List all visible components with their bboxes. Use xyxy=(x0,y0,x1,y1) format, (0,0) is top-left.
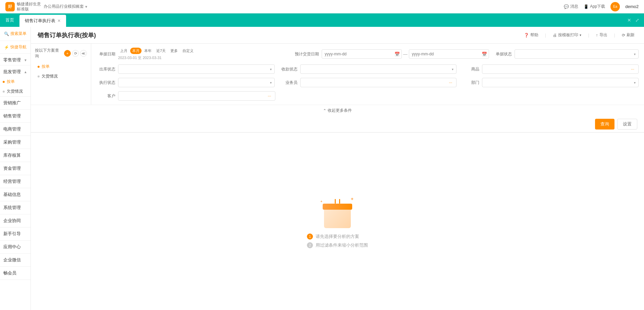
empty-text-area: 1 请先选择要分析的方案 2 用过滤条件来缩小分析范围 xyxy=(307,234,368,248)
scheme-item-按单[interactable]: 按单 xyxy=(35,62,87,71)
filter-sidebar: 按以下方案查询 + ⟳ ≪ 按单 欠货情况 xyxy=(31,44,91,105)
filter-row-3: 执行状态 ▾ 业务员 ··· xyxy=(97,78,639,87)
sidebar-item-sales[interactable]: 销售管理 xyxy=(0,110,31,123)
refresh-icon: ⟳ xyxy=(622,33,625,38)
sidebar-item-operations[interactable]: 经营管理 xyxy=(0,175,31,188)
help-button[interactable]: ❓ 帮助 xyxy=(521,31,541,39)
collection-status-select[interactable]: ▾ xyxy=(300,64,457,74)
outbound-chevron-icon: ▾ xyxy=(270,67,272,71)
filter-layout: 按以下方案查询 + ⟳ ≪ 按单 欠货情况 xyxy=(31,44,644,105)
sidebar-section-wholesale-header[interactable]: 批发管理 ▲ xyxy=(0,65,31,77)
search-menu-button[interactable]: 🔍 搜索菜单 xyxy=(3,30,27,38)
sidebar-item-按单[interactable]: 按单 xyxy=(0,77,31,87)
export-button[interactable]: ↑ 导出 xyxy=(593,31,610,39)
outbound-status-select[interactable]: ▾ xyxy=(118,64,275,74)
main-layout: 🔍 搜索菜单 ⚡ 快捷导航 零售管理 ▼ 批发管理 ▲ 按单 xyxy=(0,27,644,310)
field-document-status: 单据状态 ▾ xyxy=(493,49,639,59)
sidebar-section-wholesale: 批发管理 ▲ 按单 欠货情况 xyxy=(0,65,31,97)
avatar: Ea xyxy=(610,2,620,11)
sidebar-item-marketing[interactable]: 营销推广 xyxy=(0,97,31,110)
department-select[interactable]: ▾ xyxy=(482,78,639,87)
sparkle-icon: ✦ xyxy=(350,196,354,202)
field-goods: 商品 ··· xyxy=(461,64,639,74)
sidebar-item-enterprise[interactable]: 企业协同 xyxy=(0,214,31,227)
delivery-date-start-input[interactable] xyxy=(322,49,402,59)
customer-input-area: ··· xyxy=(118,91,275,101)
divider3: | xyxy=(614,33,615,38)
execution-status-label: 执行状态 xyxy=(97,80,115,86)
salesperson-more-button[interactable]: ··· xyxy=(447,80,453,85)
settings-button[interactable]: 设置 xyxy=(617,119,637,130)
date-tab-近7天[interactable]: 近7天 xyxy=(154,48,168,54)
collapse-up-icon: ⌃ xyxy=(323,108,326,113)
customer-more-button[interactable]: ··· xyxy=(266,94,272,98)
filter-panel: 按以下方案查询 + ⟳ ≪ 按单 欠货情况 xyxy=(31,44,644,116)
sidebar-item-system[interactable]: 系统管理 xyxy=(0,201,31,214)
user-name[interactable]: demo2 xyxy=(625,4,639,9)
field-expected-delivery: 预计交货日期 📅 — 📅 xyxy=(295,49,489,59)
sidebar-item-onboarding[interactable]: 新手引导 xyxy=(0,227,31,241)
execution-chevron-icon: ▾ xyxy=(270,81,272,85)
refresh-scheme-button[interactable]: ⟳ xyxy=(72,50,79,57)
date-tab-上月[interactable]: 上月 xyxy=(118,48,129,54)
tab-home[interactable]: 首页 xyxy=(0,13,19,27)
date-label: 单据日期 xyxy=(97,51,115,57)
scheme-active-dot xyxy=(38,66,40,68)
app-download-button[interactable]: 📱 App下载 xyxy=(584,4,605,9)
content-area: 销售订单执行表(按单) ❓ 帮助 | 🖨 按模板打印 ▾ | ↑ 导出 | xyxy=(31,27,644,310)
outbound-status-label: 出库状态 xyxy=(97,66,115,72)
breadcrumb-chevron-icon[interactable]: ▾ xyxy=(85,4,87,9)
sidebar-section-retail-header[interactable]: 零售管理 ▼ xyxy=(0,54,31,65)
scheme-item-欠货情况[interactable]: 欠货情况 xyxy=(35,71,87,81)
window-maximize-button[interactable]: ⤢ xyxy=(635,17,640,23)
filter-sidebar-tools: + ⟳ ≪ xyxy=(64,50,87,57)
date-tab-本年[interactable]: 本年 xyxy=(142,48,154,54)
sidebar-item-purchase[interactable]: 采购管理 xyxy=(0,136,31,149)
refresh-button[interactable]: ⟳ 刷新 xyxy=(619,31,637,39)
goods-label: 商品 xyxy=(461,66,479,72)
empty-state: ✦ ✦ 1 请先选择要分析的方案 2 用过滤条件来缩小分析范围 xyxy=(31,133,644,310)
sidebar-item-basic[interactable]: 基础信息 xyxy=(0,188,31,201)
scheme-dot-icon xyxy=(38,75,40,78)
execution-status-select[interactable]: ▾ xyxy=(118,78,275,87)
download-icon: 📱 xyxy=(584,4,589,9)
filter-collapse-button[interactable]: ⌃ 收起更多条件 xyxy=(31,105,644,116)
goods-more-button[interactable]: ··· xyxy=(630,67,636,71)
quick-nav-area: ⚡ 快捷导航 xyxy=(0,41,31,54)
topbar-right: 💬 消息 📱 App下载 Ea demo2 xyxy=(564,2,639,11)
date-tabs: 上月 本月 本年 近7天 更多 自定义 xyxy=(118,48,291,54)
collapse-scheme-button[interactable]: ≪ xyxy=(80,50,87,57)
sidebar-item-欠货情况[interactable]: 欠货情况 xyxy=(0,87,31,96)
quick-nav-button[interactable]: ⚡ 快捷导航 xyxy=(3,43,27,51)
field-department: 部门 ▾ xyxy=(461,78,639,87)
template-print-button[interactable]: 🖨 按模板打印 ▾ xyxy=(550,31,584,39)
date-tab-本月[interactable]: 本月 xyxy=(130,48,142,54)
page-title: 销售订单执行表(按单) xyxy=(38,31,96,43)
date-tab-更多[interactable]: 更多 xyxy=(168,48,180,54)
date-tab-自定义[interactable]: 自定义 xyxy=(180,48,196,54)
add-scheme-button[interactable]: + xyxy=(64,50,71,57)
sidebar-item-member[interactable]: 畅会员 xyxy=(0,267,31,280)
sidebar-item-enterprise-wx[interactable]: 企业微信 xyxy=(0,254,31,267)
delivery-date-start-wrap: 📅 xyxy=(322,49,402,59)
sidebar-item-inventory[interactable]: 库存核算 xyxy=(0,149,31,162)
print-chevron-icon: ▾ xyxy=(580,33,581,37)
delivery-date-end-input[interactable] xyxy=(409,49,489,59)
sidebar-item-app-center[interactable]: 应用中心 xyxy=(0,241,31,254)
date-range-text: 2023-03-01 至 2023-03-31 xyxy=(118,55,291,60)
box-lid xyxy=(323,204,352,210)
sidebar: 🔍 搜索菜单 ⚡ 快捷导航 零售管理 ▼ 批发管理 ▲ 按单 xyxy=(0,27,31,310)
tab-close-icon[interactable]: ✕ xyxy=(57,18,61,23)
sidebar-item-finance[interactable]: 资金管理 xyxy=(0,162,31,175)
sidebar-item-ecommerce[interactable]: 电商管理 xyxy=(0,123,31,136)
message-button[interactable]: 💬 消息 xyxy=(564,4,578,9)
document-status-select[interactable]: ▾ xyxy=(515,49,639,59)
export-icon: ↑ xyxy=(596,33,598,38)
window-close-button[interactable]: ✕ xyxy=(627,17,632,23)
dot-icon xyxy=(3,91,5,93)
tab-sales-order-execution[interactable]: 销售订单执行表 ✕ xyxy=(19,15,66,27)
query-button[interactable]: 查询 xyxy=(595,119,614,130)
date-control: 上月 本月 本年 近7天 更多 自定义 2023-03-01 至 2023-03… xyxy=(118,48,291,60)
empty-text-item-2: 2 用过滤条件来缩小分析范围 xyxy=(307,242,368,248)
goods-input-area: ··· xyxy=(482,64,639,74)
